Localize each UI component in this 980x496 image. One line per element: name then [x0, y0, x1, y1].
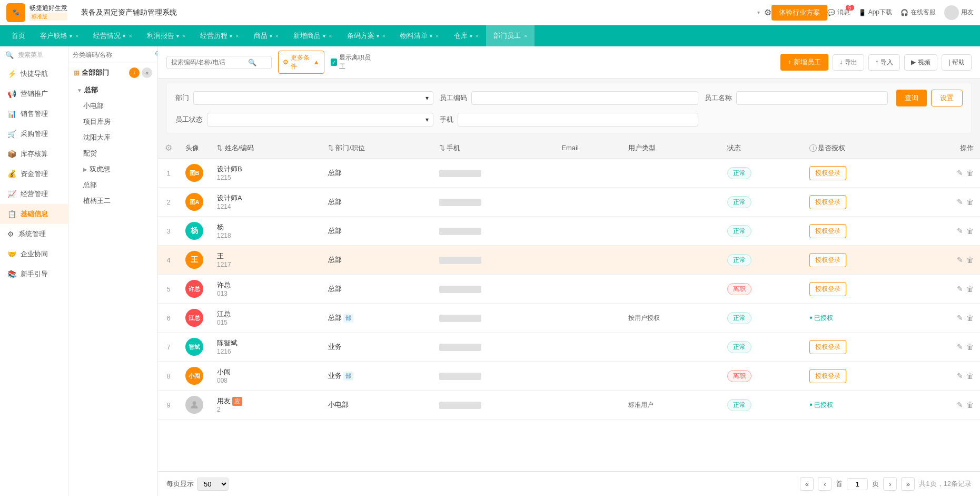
- delete-button[interactable]: 🗑: [966, 227, 974, 235]
- auth-button[interactable]: 授权登录: [809, 253, 846, 267]
- tab-bom-close[interactable]: ×: [435, 33, 439, 39]
- sidebar-item-sales[interactable]: 📊 销售管理: [0, 104, 68, 124]
- filter-status-select[interactable]: ▾: [207, 113, 433, 127]
- try-industry-button[interactable]: 体验行业方案: [771, 5, 827, 21]
- tab-dept-emp[interactable]: 部门员工×: [486, 25, 534, 46]
- delete-button[interactable]: 🗑: [966, 343, 974, 351]
- sidebar-item-quick-nav[interactable]: ⚡ 快捷导航: [0, 64, 68, 84]
- tab-customer-close[interactable]: ×: [75, 33, 78, 39]
- emp-search-input[interactable]: [171, 59, 245, 66]
- tab-goods-close[interactable]: ×: [275, 33, 279, 39]
- tab-warehouse[interactable]: 仓库▾×: [447, 25, 486, 46]
- help-button[interactable]: | 帮助: [942, 54, 972, 71]
- tab-profit-close[interactable]: ×: [182, 33, 185, 39]
- name-sort-icon[interactable]: ⇅: [217, 144, 223, 152]
- sidebar-item-inventory[interactable]: 📦 库存核算: [0, 144, 68, 164]
- add-employee-button[interactable]: + 新增员工: [780, 54, 828, 71]
- sidebar-search-area[interactable]: 🔍 搜索菜单: [0, 46, 68, 64]
- show-resigned-toggle[interactable]: ✓ 显示离职员工: [331, 53, 372, 71]
- tab-barcode[interactable]: 条码方案▾×: [340, 25, 393, 46]
- prev-page-button[interactable]: ‹: [818, 477, 831, 491]
- tab-profit[interactable]: 利润报告▾×: [140, 25, 193, 46]
- col-gear-icon[interactable]: ⚙: [164, 143, 173, 153]
- dept-item-shenyangda[interactable]: 沈阳大库: [68, 130, 157, 145]
- auth-button[interactable]: 授权登录: [809, 282, 846, 296]
- delete-button[interactable]: 🗑: [966, 169, 974, 177]
- tab-warehouse-close[interactable]: ×: [476, 33, 479, 39]
- tab-newgoods-close[interactable]: ×: [329, 33, 332, 39]
- tab-deptemp-close[interactable]: ×: [524, 33, 527, 39]
- edit-button[interactable]: ✎: [957, 198, 963, 206]
- edit-button[interactable]: ✎: [957, 372, 963, 380]
- dept-search-input[interactable]: [73, 51, 152, 59]
- auth-button[interactable]: 授权登录: [809, 195, 846, 209]
- export-button[interactable]: ↓ 导出: [833, 54, 864, 71]
- filter-empname-input[interactable]: [736, 91, 888, 105]
- online-service-button[interactable]: 🎧 在线客服: [900, 8, 936, 17]
- set-button[interactable]: 设置: [931, 90, 963, 106]
- edit-button[interactable]: ✎: [957, 343, 963, 351]
- dept-item-xiangmuku[interactable]: 项目库房: [68, 114, 157, 130]
- filter-dept-select[interactable]: ▾: [193, 91, 433, 105]
- edit-button[interactable]: ✎: [957, 401, 963, 409]
- dept-item-zongbu2[interactable]: 总部: [68, 177, 157, 193]
- delete-button[interactable]: 🗑: [966, 285, 974, 293]
- tab-barcode-close[interactable]: ×: [382, 33, 385, 39]
- dept-collapse-button[interactable]: «: [142, 67, 152, 78]
- tab-history-close[interactable]: ×: [235, 33, 239, 39]
- page-size-select[interactable]: 50 100: [197, 478, 229, 491]
- tab-operations[interactable]: 经营情况▾×: [86, 25, 139, 46]
- messages-button[interactable]: 💬 5 消息: [827, 8, 850, 17]
- sidebar-item-system[interactable]: ⚙ 系统管理: [0, 224, 68, 244]
- tab-new-goods[interactable]: 新增商品▾×: [286, 25, 339, 46]
- auth-button[interactable]: 授权登录: [809, 224, 846, 238]
- sidebar-item-finance[interactable]: 💰 资金管理: [0, 164, 68, 184]
- sidebar-item-collab[interactable]: 🤝 企业协同: [0, 244, 68, 264]
- edit-button[interactable]: ✎: [957, 256, 963, 264]
- dept-sort-icon[interactable]: ⇅: [328, 144, 334, 152]
- delete-button[interactable]: 🗑: [966, 372, 974, 380]
- dept-item-zhiwang[interactable]: 植柄王二: [68, 193, 157, 209]
- system-dropdown-arrow[interactable]: ▾: [757, 9, 760, 15]
- auth-button[interactable]: 授权登录: [809, 340, 846, 354]
- dept-add-button[interactable]: +: [129, 67, 140, 78]
- import-button[interactable]: ↑ 导入: [868, 54, 900, 71]
- edit-button[interactable]: ✎: [957, 169, 963, 177]
- phone-sort-icon[interactable]: ⇅: [439, 144, 445, 152]
- auth-button[interactable]: 授权登录: [809, 166, 846, 180]
- filter-phone-input[interactable]: [458, 113, 698, 127]
- sidebar-item-operations[interactable]: 📈 经营管理: [0, 184, 68, 204]
- video-button[interactable]: ▶ 视频: [904, 54, 937, 71]
- settings-icon[interactable]: ⚙: [764, 7, 771, 17]
- app-download-button[interactable]: 📱 App下载: [858, 8, 892, 17]
- last-page-button[interactable]: »: [901, 477, 915, 491]
- sidebar-item-marketing[interactable]: 📢 营销推广: [0, 84, 68, 104]
- query-button[interactable]: 查询: [896, 90, 927, 106]
- filter-empcode-input[interactable]: [471, 91, 698, 105]
- tab-bom[interactable]: 物料清单▾×: [393, 25, 446, 46]
- sidebar-item-guide[interactable]: 📚 新手引导: [0, 264, 68, 284]
- delete-button[interactable]: 🗑: [966, 401, 974, 409]
- edit-button[interactable]: ✎: [957, 314, 963, 322]
- user-menu-button[interactable]: 用友: [944, 5, 974, 20]
- sidebar-item-basics[interactable]: 📋 基础信息: [0, 204, 68, 224]
- dept-item-peihuo[interactable]: 配货: [68, 145, 157, 161]
- tab-customer[interactable]: 客户联络▾×: [33, 25, 86, 46]
- dept-item-xiaodian[interactable]: 小电部: [68, 98, 157, 114]
- edit-button[interactable]: ✎: [957, 285, 963, 293]
- edit-button[interactable]: ✎: [957, 227, 963, 235]
- tab-home[interactable]: 首页: [4, 25, 33, 46]
- dept-item-zongbu-parent[interactable]: ▼总部: [68, 82, 157, 98]
- filter-more-button[interactable]: ⚙ 更多条件 ▲: [278, 51, 324, 74]
- delete-button[interactable]: 🗑: [966, 256, 974, 264]
- next-page-button[interactable]: ›: [883, 477, 897, 491]
- page-input[interactable]: [847, 478, 868, 490]
- auth-button[interactable]: 授权登录: [809, 369, 846, 383]
- sidebar-item-purchase[interactable]: 🛒 采购管理: [0, 124, 68, 144]
- delete-button[interactable]: 🗑: [966, 198, 974, 206]
- tab-goods[interactable]: 商品▾×: [246, 25, 286, 46]
- first-page-button[interactable]: «: [800, 477, 814, 491]
- delete-button[interactable]: 🗑: [966, 314, 974, 322]
- tab-history[interactable]: 经营历程▾×: [193, 25, 246, 46]
- tab-ops-close[interactable]: ×: [128, 33, 132, 39]
